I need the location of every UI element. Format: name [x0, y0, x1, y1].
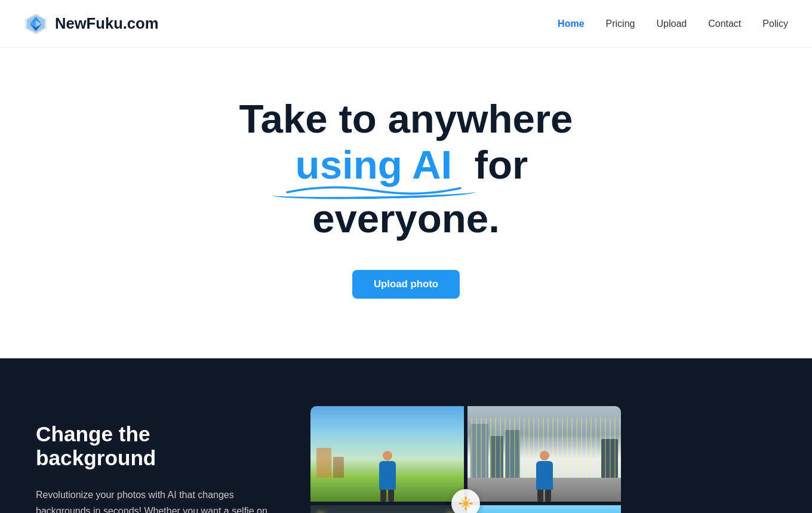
hero-section: Take to anywhere using AI foreveryone. U… [0, 48, 812, 358]
transform-icon [451, 489, 480, 513]
upload-photo-button[interactable]: Upload photo [352, 270, 460, 299]
features-heading: Change the background [36, 422, 275, 470]
logo-link[interactable]: NewFuku.com [24, 12, 159, 36]
photo-city [467, 406, 621, 502]
nav-contact[interactable]: Contact [708, 19, 741, 29]
logo-icon [24, 12, 48, 36]
logo-text: NewFuku.com [55, 15, 159, 32]
nav-pricing[interactable]: Pricing [606, 19, 635, 29]
grid-cell-3 [310, 505, 464, 513]
features-description: Revolutionize your photos with AI that c… [36, 487, 275, 513]
photo-forest [467, 505, 621, 513]
features-section: Change the background Revolutionize your… [0, 358, 812, 513]
image-grid-container [310, 406, 621, 513]
photo-street [310, 505, 464, 513]
nav-upload[interactable]: Upload [656, 19, 687, 29]
nav-links: Home Pricing Upload Contact Policy [558, 19, 788, 29]
photo-outdoor [310, 406, 464, 502]
grid-cell-2 [467, 406, 621, 502]
person-figure-1 [379, 451, 396, 502]
navbar: NewFuku.com Home Pricing Upload Contact … [0, 0, 812, 48]
grid-cell-4 [467, 505, 621, 513]
features-text-block: Change the background Revolutionize your… [36, 422, 275, 513]
hero-title: Take to anywhere using AI foreveryone. [239, 96, 573, 241]
hero-ai-text: using AI [284, 142, 463, 195]
hero-title-part1: Take to anywhere [239, 96, 573, 141]
grid-cell-1 [310, 406, 464, 502]
nav-policy[interactable]: Policy [762, 19, 788, 29]
background-examples-grid [310, 406, 621, 513]
svg-point-2 [463, 501, 468, 506]
person-figure-2 [536, 451, 553, 502]
nav-home[interactable]: Home [558, 19, 584, 29]
arrows-icon [457, 495, 474, 512]
